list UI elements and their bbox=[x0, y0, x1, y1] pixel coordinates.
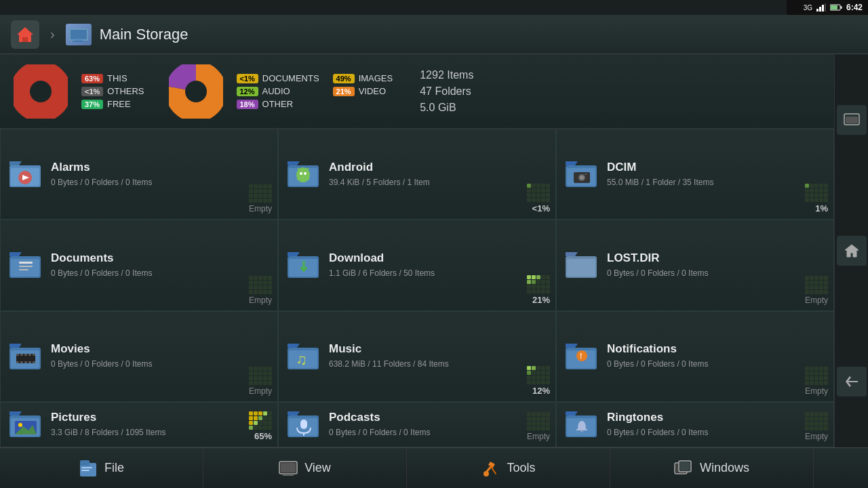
music-info: Music 638.2 MiB / 11 Folders / 84 Items bbox=[329, 342, 547, 370]
images-pct-badge: 49% bbox=[333, 74, 355, 83]
svg-rect-103 bbox=[80, 460, 90, 466]
download-pct-label: 21% bbox=[532, 295, 550, 305]
folder-grid: Alarms 0 Bytes / 0 Folders / 0 Items Emp… bbox=[0, 129, 834, 447]
file-label: File bbox=[104, 461, 124, 475]
breadcrumb-chevron: › bbox=[50, 26, 55, 42]
notifications-empty-label: Empty bbox=[805, 386, 828, 396]
svg-marker-40 bbox=[566, 161, 578, 165]
svg-marker-95 bbox=[566, 411, 578, 415]
windows-button[interactable]: Windows bbox=[610, 448, 814, 488]
ringtones-name: Ringtones bbox=[607, 411, 825, 424]
pictures-name: Pictures bbox=[51, 411, 269, 424]
extra-button[interactable] bbox=[814, 448, 868, 488]
svg-rect-3 bbox=[825, 3, 826, 12]
folder-music[interactable]: ♫ Music 638.2 MiB / 11 Folders / 84 Item… bbox=[278, 311, 556, 402]
folder-lostdir[interactable]: LOST.DIR 0 Bytes / 0 Folders / 0 Items E… bbox=[556, 220, 834, 310]
windows-label: Windows bbox=[700, 461, 749, 475]
svg-text:♫: ♫ bbox=[296, 351, 307, 368]
svg-rect-91 bbox=[300, 420, 307, 429]
svg-rect-49 bbox=[19, 266, 33, 267]
pictures-usage: 65% bbox=[249, 411, 272, 441]
svg-rect-57 bbox=[567, 259, 595, 277]
folder-podcasts[interactable]: Podcasts 0 Bytes / 0 Folders / 0 Items E… bbox=[278, 402, 556, 447]
notifications-info: Notifications 0 Bytes / 0 Folders / 0 It… bbox=[607, 342, 825, 370]
legend-1: 63% THIS <1% OTHERS 37% FREE bbox=[81, 73, 144, 109]
clock: 6:42 bbox=[846, 3, 863, 12]
podcasts-folder-icon bbox=[287, 409, 321, 440]
back-ctrl-button[interactable] bbox=[837, 367, 867, 396]
home-ctrl-button[interactable] bbox=[837, 236, 867, 266]
folder-ringtones[interactable]: Ringtones 0 Bytes / 0 Folders / 0 Items … bbox=[556, 402, 834, 447]
other-pct-badge: 18% bbox=[237, 100, 258, 109]
folders-count: 47 Folders bbox=[420, 85, 473, 98]
download-info: Download 1.1 GiB / 6 Folders / 50 Items bbox=[329, 251, 547, 279]
podcasts-usage: Empty bbox=[527, 412, 550, 441]
folder-pictures[interactable]: Pictures 3.3 GiB / 8 Folders / 1095 Item… bbox=[0, 402, 278, 447]
svg-marker-99 bbox=[845, 245, 859, 257]
folder-movies[interactable]: Movies 0 Bytes / 0 Folders / 0 Items Emp… bbox=[0, 311, 278, 402]
movies-name: Movies bbox=[51, 342, 269, 356]
tools-button[interactable]: Tools bbox=[407, 448, 610, 488]
documents-info: Documents 0 Bytes / 0 Folders / 0 Items bbox=[51, 251, 269, 279]
svg-rect-98 bbox=[846, 117, 858, 123]
ringtones-empty-label: Empty bbox=[805, 432, 828, 441]
folder-documents[interactable]: Documents 0 Bytes / 0 Folders / 0 Items … bbox=[0, 220, 278, 310]
android-folder-icon bbox=[287, 159, 321, 190]
storage-stats: 1292 Items 47 Folders 5.0 GiB bbox=[420, 69, 473, 114]
pictures-pct-label: 65% bbox=[254, 431, 272, 441]
total-size: 5.0 GiB bbox=[420, 102, 473, 114]
svg-rect-2 bbox=[822, 5, 824, 12]
svg-rect-33 bbox=[297, 174, 309, 180]
others-label: OTHERS bbox=[107, 86, 144, 96]
podcasts-info: Podcasts 0 Bytes / 0 Folders / 0 Items bbox=[329, 411, 547, 439]
folder-android[interactable]: Android 39.4 KiB / 5 Folders / 1 Item <1… bbox=[278, 129, 556, 220]
svg-point-34 bbox=[300, 172, 302, 175]
svg-rect-48 bbox=[19, 262, 33, 264]
ringtones-meta: 0 Bytes / 0 Folders / 0 Items bbox=[607, 427, 825, 439]
signal-icon: 3G bbox=[804, 4, 812, 12]
this-pct-badge: 63% bbox=[81, 74, 103, 83]
svg-rect-67 bbox=[33, 354, 35, 356]
documents-usage: Empty bbox=[249, 276, 272, 305]
svg-marker-58 bbox=[566, 252, 578, 256]
file-button[interactable]: File bbox=[0, 448, 203, 488]
svg-point-22 bbox=[185, 81, 207, 102]
legend-2: <1% DOCUMENTS 12% AUDIO 18% OTHER 49% IM… bbox=[237, 73, 393, 109]
movies-folder-icon bbox=[9, 341, 43, 371]
windows-icon bbox=[674, 460, 693, 476]
notifications-folder-icon: ! bbox=[565, 341, 599, 371]
dcim-usage: 1% bbox=[805, 184, 828, 214]
home-button[interactable] bbox=[11, 20, 39, 49]
folder-notifications[interactable]: ! Notifications 0 Bytes / 0 Folders / 0 … bbox=[556, 311, 834, 402]
movies-empty-label: Empty bbox=[249, 386, 272, 396]
android-info: Android 39.4 KiB / 5 Folders / 1 Item bbox=[329, 161, 547, 188]
download-name: Download bbox=[329, 251, 547, 265]
svg-point-35 bbox=[304, 172, 307, 175]
free-pct-badge: 37% bbox=[81, 100, 103, 109]
svg-marker-26 bbox=[9, 161, 22, 165]
alarms-usage: Empty bbox=[249, 184, 272, 214]
download-usage: 21% bbox=[527, 275, 550, 305]
svg-rect-64 bbox=[20, 354, 23, 356]
video-pct-badge: 21% bbox=[333, 87, 355, 96]
ringtones-folder-icon bbox=[565, 409, 599, 440]
video-label: VIDEO bbox=[359, 86, 386, 96]
window-ctrl-button[interactable] bbox=[837, 105, 867, 135]
folder-dcim[interactable]: DCIM 55.0 MiB / 1 Folder / 35 Items 1% bbox=[556, 129, 834, 220]
this-label: THIS bbox=[107, 73, 127, 83]
ringtones-usage: Empty bbox=[805, 412, 828, 441]
view-button[interactable]: View bbox=[203, 448, 407, 488]
svg-rect-1 bbox=[819, 7, 821, 12]
svg-rect-105 bbox=[81, 470, 90, 471]
dcim-pct-label: 1% bbox=[815, 203, 828, 214]
top-nav: › Main Storage bbox=[0, 15, 868, 54]
svg-rect-46 bbox=[11, 259, 39, 277]
alarms-name: Alarms bbox=[51, 161, 269, 174]
svg-rect-71 bbox=[28, 361, 31, 363]
android-meta: 39.4 KiB / 5 Folders / 1 Item bbox=[329, 177, 547, 188]
folder-alarms[interactable]: Alarms 0 Bytes / 0 Folders / 0 Items Emp… bbox=[0, 129, 278, 220]
documents-empty-label: Empty bbox=[249, 296, 272, 305]
folder-download[interactable]: Download 1.1 GiB / 6 Folders / 50 Items … bbox=[278, 220, 556, 310]
alarms-empty-label: Empty bbox=[249, 204, 272, 214]
lostdir-name: LOST.DIR bbox=[607, 251, 825, 265]
